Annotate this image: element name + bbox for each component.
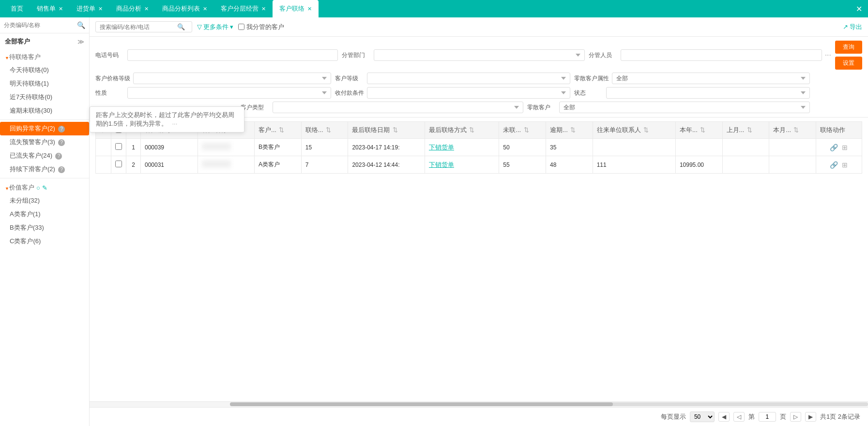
filter-row-3: 性质 收付款条件 状态	[95, 87, 862, 99]
my-customer-check[interactable]	[238, 24, 244, 30]
per-page-select[interactable]: 50 20 100	[690, 411, 715, 422]
horizontal-scrollbar[interactable]	[90, 401, 868, 407]
th-unit-contact[interactable]: 往来单位联系人 ⇅	[593, 122, 675, 139]
value-expand-icon[interactable]	[5, 184, 9, 191]
page-label-post: 页	[780, 412, 786, 421]
dept-select[interactable]	[374, 49, 584, 61]
nav-tab-customer-tier[interactable]: 客户分层经营 ✕	[214, 0, 273, 17]
first-page-button[interactable]: ◀	[718, 412, 730, 422]
gender-select[interactable]	[127, 87, 331, 99]
main-search-icon[interactable]: 🔍	[177, 23, 185, 30]
th-contact-count[interactable]: 联络... ⇅	[301, 122, 348, 139]
th-this-month[interactable]: 本月... ⇅	[769, 122, 816, 139]
category-search-icon: 🔍	[77, 21, 85, 29]
window-close-button[interactable]: ✕	[856, 4, 862, 14]
sidebar-item-lost[interactable]: 已流失客户(24) ?	[0, 149, 89, 162]
sort-year-icon: ⇅	[700, 126, 705, 133]
td-settings-2	[96, 156, 111, 174]
sidebar-item-lost-pre[interactable]: 流失预警客户(3) ?	[0, 135, 89, 149]
nav-tab-analysis-list[interactable]: 商品分析列表 ✕	[155, 0, 214, 17]
price-level-select[interactable]	[133, 73, 331, 84]
nav-tab-purchase[interactable]: 进货单 ✕	[70, 0, 109, 17]
query-button[interactable]: 查询	[835, 41, 862, 54]
row1-checkbox[interactable]	[115, 143, 122, 150]
customer-level-select[interactable]	[367, 73, 571, 84]
th-last-method[interactable]: 最后联络方式 ⇅	[425, 122, 499, 139]
grid-action-1[interactable]: ⊞	[842, 144, 848, 151]
main-search-input[interactable]	[100, 24, 177, 30]
row2-checkbox[interactable]	[115, 161, 122, 167]
close-sales-icon[interactable]: ✕	[59, 6, 63, 12]
collapse-sidebar-icon[interactable]: ≫	[77, 38, 84, 45]
last-page-button[interactable]: ▶	[805, 412, 816, 422]
pending-expand-icon[interactable]	[5, 54, 9, 61]
th-unpaid[interactable]: 未联... ⇅	[499, 122, 546, 139]
person-dots[interactable]: ···	[825, 51, 831, 59]
sidebar-item-declining[interactable]: 持续下滑客户(2) ?	[0, 162, 89, 176]
sidebar-item-b-class[interactable]: B类客户(33)	[0, 221, 89, 235]
sidebar-item-repurchase-abnormal[interactable]: 回购异常客户(2) ?	[0, 122, 89, 135]
nav-tab-analysis[interactable]: 商品分析 ✕	[109, 0, 155, 17]
close-purchase-icon[interactable]: ✕	[98, 6, 103, 12]
close-analysis-list-icon[interactable]: ✕	[203, 6, 207, 12]
person-input[interactable]	[621, 49, 822, 61]
sidebar-item-ungroup[interactable]: 未分组(32)	[0, 194, 89, 207]
next-page-button[interactable]: ▷	[790, 412, 801, 422]
status-select[interactable]	[606, 87, 810, 99]
sidebar-item-overdue[interactable]: 逾期未联络(30)	[0, 104, 89, 118]
customer-type-select[interactable]	[273, 102, 523, 113]
value-add-icon[interactable]: ✎	[42, 184, 47, 191]
prev-page-button[interactable]: ◁	[733, 412, 745, 422]
lost-pre-info-icon[interactable]: ?	[58, 139, 65, 146]
more-conditions-button[interactable]: 更多条件 ▾	[197, 23, 233, 31]
nav-tab-home[interactable]: 首页	[4, 0, 30, 17]
phone-input[interactable]	[127, 49, 338, 61]
nav-tab-customer-contact[interactable]: 客户联络 ✕	[273, 0, 319, 17]
th-customer-level[interactable]: 客户... ⇅	[255, 122, 302, 139]
lost-info-icon[interactable]: ?	[55, 153, 62, 160]
payment-select[interactable]	[367, 87, 571, 99]
th-last-month[interactable]: 上月... ⇅	[722, 122, 769, 139]
td-name-1	[198, 139, 255, 156]
nav-tab-sales[interactable]: 销售单 ✕	[30, 0, 70, 17]
export-button[interactable]: ↗ 导出	[843, 23, 862, 31]
td-level-1: B类客户	[255, 139, 302, 156]
link-action-2[interactable]: 🔗	[830, 161, 838, 169]
sidebar-item-today[interactable]: 今天待联络(0)	[0, 63, 89, 77]
sidebar-item-tomorrow[interactable]: 明天待联络(1)	[0, 77, 89, 90]
top-nav: 首页 销售单 ✕ 进货单 ✕ 商品分析 ✕ 商品分析列表 ✕ 客户分层经营 ✕ …	[0, 0, 868, 17]
close-customer-tier-icon[interactable]: ✕	[261, 6, 266, 12]
value-customer-group: 价值客户 ○ ✎	[0, 180, 89, 194]
retail-attr-select[interactable]: 全部	[612, 73, 810, 84]
category-search-input[interactable]	[4, 22, 77, 29]
value-edit-icon[interactable]: ○	[36, 184, 40, 191]
grid-action-2[interactable]: ⊞	[842, 161, 848, 169]
sidebar-item-c-class[interactable]: C类客户(6)	[0, 235, 89, 248]
scrollbar-thumb[interactable]	[230, 402, 613, 406]
close-customer-contact-icon[interactable]: ✕	[307, 6, 312, 12]
sidebar-item-a-class[interactable]: A类客户(1)	[0, 207, 89, 221]
filter-customer-level: 客户等级	[335, 73, 571, 84]
th-current-year[interactable]: 本年... ⇅	[675, 122, 722, 139]
method-link-1[interactable]: 下销货单	[429, 144, 454, 151]
th-overdue[interactable]: 逾期... ⇅	[546, 122, 593, 139]
sidebar-item-7days[interactable]: 近7天待联络(0)	[0, 90, 89, 104]
current-page-input[interactable]	[759, 412, 776, 422]
declining-info-icon[interactable]: ?	[58, 166, 65, 173]
tooltip-dots[interactable]: ···	[172, 120, 177, 127]
repurchase-info-icon[interactable]: ?	[58, 126, 65, 132]
export-icon: ↗	[843, 23, 848, 30]
th-last-date[interactable]: 最后联络日期 ⇅	[348, 122, 425, 139]
sort-contact-icon: ⇅	[326, 126, 331, 133]
link-action-1[interactable]: 🔗	[830, 144, 838, 151]
td-code-1: 000039	[141, 139, 198, 156]
page-label-pre: 第	[748, 412, 755, 421]
close-analysis-icon[interactable]: ✕	[144, 6, 149, 12]
retail-customer-select[interactable]: 全部	[559, 102, 810, 113]
all-customers-label: 全部客户	[5, 37, 30, 46]
set-button[interactable]: 设置	[835, 57, 862, 70]
method-link-2[interactable]: 下销货单	[429, 161, 454, 168]
td-unpaid-1: 50	[499, 139, 546, 156]
td-name-2	[198, 156, 255, 174]
name-blurred-2	[202, 160, 231, 168]
